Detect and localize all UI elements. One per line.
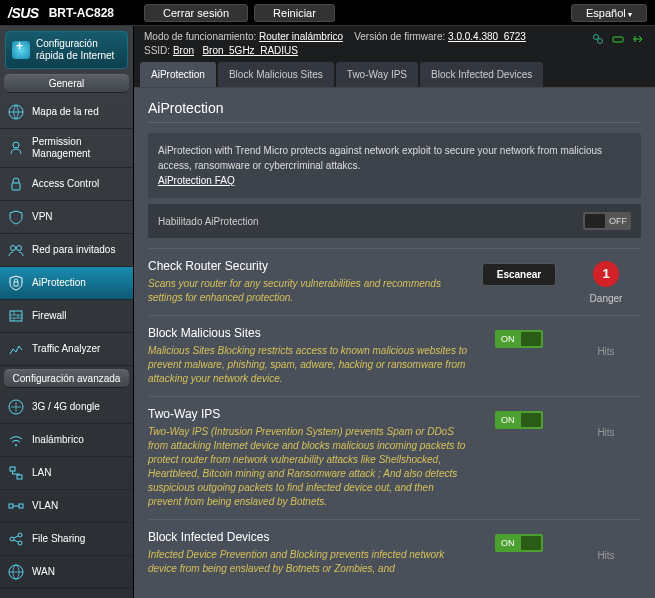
enable-toggle[interactable]: OFF: [583, 212, 631, 230]
two-way-ips-toggle[interactable]: ON: [495, 411, 543, 429]
block-malicious-hits[interactable]: Hits: [571, 346, 641, 357]
block-malicious-desc: Malicious Sites Blocking restricts acces…: [148, 344, 467, 386]
sidebar-item-vpn[interactable]: VPN: [0, 201, 133, 234]
lan-icon: [7, 464, 25, 482]
shield-icon: [7, 274, 25, 292]
scan-button[interactable]: Escanear: [482, 263, 556, 286]
tab-block-infected[interactable]: Block Infected Devices: [420, 62, 543, 87]
sidebar-item-guest-network[interactable]: Red para invitados: [0, 234, 133, 267]
sidebar-item-label: WAN: [32, 566, 55, 578]
tab-block-malicious[interactable]: Block Malicious Sites: [218, 62, 334, 87]
svg-point-4: [17, 246, 22, 251]
ssid1-link[interactable]: Bron: [173, 45, 194, 56]
quick-setup-button[interactable]: Configuración rápida de Internet: [5, 31, 128, 69]
sidebar-item-permission[interactable]: Permission Management: [0, 129, 133, 168]
router-security-desc: Scans your router for any security vulne…: [148, 277, 467, 305]
sidebar-item-aiprotection[interactable]: AiProtection: [0, 267, 133, 300]
faq-link[interactable]: AiProtection FAQ: [158, 175, 235, 186]
danger-count: 1: [593, 261, 619, 287]
file-sharing-icon: [7, 530, 25, 548]
enable-label: Habilitado AiProtection: [158, 216, 583, 227]
section-two-way-ips: Two-Way IPS Two-Way IPS (Intrusion Preve…: [148, 396, 641, 519]
fw-link[interactable]: 3.0.0.4.380_6723: [448, 31, 526, 42]
network-map-icon: [7, 103, 25, 121]
section-router-security: Check Router Security Scans your router …: [148, 248, 641, 315]
two-way-ips-desc: Two-Way IPS (Intrusion Prevention System…: [148, 425, 467, 509]
access-control-icon: [7, 175, 25, 193]
svg-rect-9: [10, 467, 15, 471]
block-malicious-toggle[interactable]: ON: [495, 330, 543, 348]
sidebar-item-label: Red para invitados: [32, 244, 115, 256]
svg-point-1: [13, 142, 19, 148]
info-bar: Modo de funcionamiento: Router inalámbri…: [134, 26, 655, 62]
section-block-infected: Block Infected Devices Infected Device P…: [148, 519, 641, 586]
sidebar-item-label: VLAN: [32, 500, 58, 512]
mode-link[interactable]: Router inalámbrico: [259, 31, 343, 42]
wan-icon: [7, 563, 25, 581]
tab-bar: AiProtection Block Malicious Sites Two-W…: [134, 62, 655, 88]
svg-point-19: [598, 39, 603, 44]
block-infected-desc: Infected Device Prevention and Blocking …: [148, 548, 467, 576]
mode-label: Modo de funcionamiento:: [144, 31, 259, 42]
sidebar-item-file-sharing[interactable]: File Sharing: [0, 523, 133, 556]
svg-point-8: [15, 444, 17, 446]
vlan-icon: [7, 497, 25, 515]
sidebar-item-label: Access Control: [32, 178, 99, 190]
svg-rect-5: [14, 282, 18, 286]
sidebar-item-label: LAN: [32, 467, 51, 479]
block-infected-toggle[interactable]: ON: [495, 534, 543, 552]
sidebar-item-vlan[interactable]: VLAN: [0, 490, 133, 523]
sidebar-item-lan[interactable]: LAN: [0, 457, 133, 490]
vpn-icon: [7, 208, 25, 226]
svg-rect-10: [17, 475, 22, 479]
top-header: /SUS BRT-AC828 Cerrar sesión Reiniciar E…: [0, 0, 655, 26]
svg-point-15: [18, 541, 22, 545]
ssid-label: SSID:: [144, 45, 173, 56]
two-way-ips-title: Two-Way IPS: [148, 407, 467, 421]
sidebar-item-label: File Sharing: [32, 533, 85, 545]
permission-icon: [7, 139, 25, 157]
sidebar-item-label: Firewall: [32, 310, 66, 322]
svg-rect-11: [9, 504, 13, 508]
tab-aiprotection[interactable]: AiProtection: [140, 62, 216, 87]
sidebar-item-traffic-analyzer[interactable]: Traffic Analyzer: [0, 333, 133, 366]
dongle-icon: [7, 398, 25, 416]
sidebar-item-firewall[interactable]: Firewall: [0, 300, 133, 333]
sidebar-item-network-map[interactable]: Mapa de la red: [0, 96, 133, 129]
status-icon-1[interactable]: [591, 32, 605, 46]
ssid2-link[interactable]: Bron_5GHz_RADIUS: [202, 45, 298, 56]
router-security-title: Check Router Security: [148, 259, 467, 273]
two-way-ips-hits[interactable]: Hits: [571, 427, 641, 438]
usb-icon[interactable]: [631, 32, 645, 46]
sidebar-item-wan[interactable]: WAN: [0, 556, 133, 589]
block-infected-hits[interactable]: Hits: [571, 550, 641, 561]
model-name: BRT-AC828: [49, 6, 114, 20]
sidebar-item-label: 3G / 4G dongle: [32, 401, 100, 413]
firewall-icon: [7, 307, 25, 325]
sidebar-item-access-control[interactable]: Access Control: [0, 168, 133, 201]
sidebar-item-label: Traffic Analyzer: [32, 343, 100, 355]
svg-rect-12: [19, 504, 23, 508]
status-icon-2[interactable]: [611, 32, 625, 46]
svg-point-13: [10, 537, 14, 541]
sidebar-item-3g-4g[interactable]: 3G / 4G dongle: [0, 391, 133, 424]
description-box: AiProtection with Trend Micro protects a…: [148, 133, 641, 198]
quick-setup-label: Configuración rápida de Internet: [36, 38, 121, 62]
sidebar-section-advanced: Configuración avanzada: [4, 369, 129, 388]
sidebar-section-general: General: [4, 74, 129, 93]
guest-network-icon: [7, 241, 25, 259]
svg-point-18: [594, 35, 599, 40]
svg-point-3: [11, 246, 16, 251]
language-dropdown[interactable]: Español: [571, 4, 647, 22]
sidebar-item-label: Mapa de la red: [32, 106, 99, 118]
sidebar-item-label: AiProtection: [32, 277, 86, 289]
reboot-button[interactable]: Reiniciar: [254, 4, 335, 22]
main-content: Modo de funcionamiento: Router inalámbri…: [134, 26, 655, 598]
svg-rect-20: [613, 37, 623, 42]
logout-button[interactable]: Cerrar sesión: [144, 4, 248, 22]
tab-two-way-ips[interactable]: Two-Way IPS: [336, 62, 418, 87]
danger-status: Danger: [571, 293, 641, 304]
sidebar-item-wireless[interactable]: Inalámbrico: [0, 424, 133, 457]
block-malicious-title: Block Malicious Sites: [148, 326, 467, 340]
traffic-analyzer-icon: [7, 340, 25, 358]
